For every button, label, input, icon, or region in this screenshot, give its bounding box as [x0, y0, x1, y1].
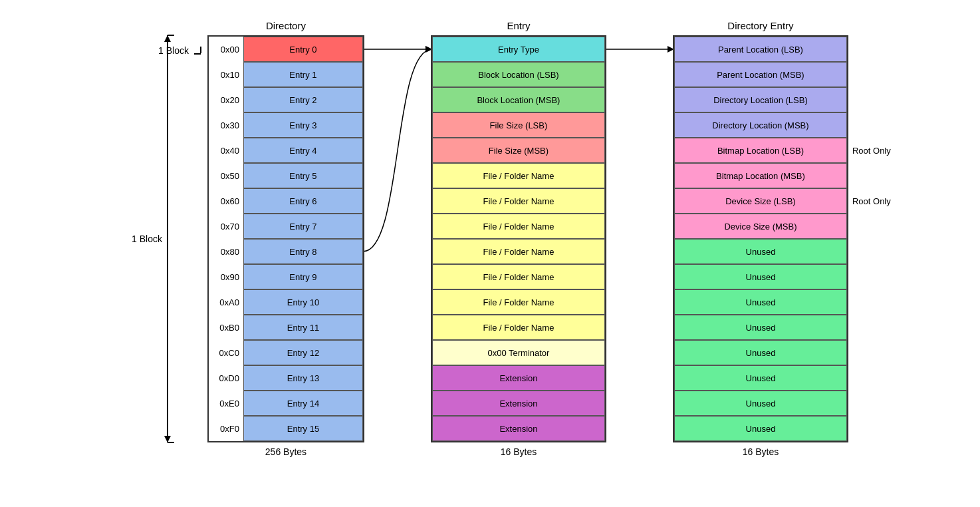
- entry-field-14: Extension: [432, 391, 605, 416]
- entry-field-9: File / Folder Name: [432, 264, 605, 289]
- dir-entry-13: Entry 13: [243, 365, 363, 391]
- direntry-row-7: Device Size (MSB): [674, 214, 847, 239]
- direntry-field-15: Unused: [674, 416, 847, 441]
- dir-row-4: 0x40Entry 4: [209, 138, 363, 163]
- entry-field-15: Extension: [432, 416, 605, 441]
- dir-addr-11: 0xB0: [209, 323, 243, 333]
- dir-row-11: 0xB0Entry 11: [209, 315, 363, 340]
- direntry-field-3: Directory Location (MSB): [674, 112, 847, 138]
- direntry-field-13: Unused: [674, 365, 847, 391]
- dir-entry-3: Entry 3: [243, 112, 363, 138]
- dir-row-5: 0x50Entry 5: [209, 163, 363, 188]
- entry-rows: Entry TypeBlock Location (LSB)Block Loca…: [431, 35, 606, 442]
- entry-field-11: File / Folder Name: [432, 315, 605, 340]
- dir-entry-5: Entry 5: [243, 163, 363, 188]
- direntry-row-3: Directory Location (MSB): [674, 112, 847, 138]
- direntry-row-11: Unused: [674, 315, 847, 340]
- dir-entry-8: Entry 8: [243, 239, 363, 264]
- directory-entry-title: Directory Entry: [727, 20, 793, 31]
- dir-row-12: 0xC0Entry 12: [209, 340, 363, 365]
- block-label-group: 1 Block: [158, 45, 202, 56]
- directory-entry-subtitle: 16 Bytes: [743, 446, 779, 457]
- direntry-row-14: Unused: [674, 391, 847, 416]
- entry-field-6: File / Folder Name: [432, 188, 605, 214]
- directory-column: Directory 0x00Entry 00x10Entry 10x20Entr…: [207, 20, 364, 457]
- dir-addr-7: 0x70: [209, 222, 243, 232]
- direntry-field-2: Directory Location (LSB): [674, 87, 847, 112]
- dir-entry-6: Entry 6: [243, 188, 363, 214]
- entry-title: Entry: [507, 20, 530, 31]
- svg-text:1 Block: 1 Block: [132, 234, 163, 244]
- dir-entry-11: Entry 11: [243, 315, 363, 340]
- entry-field-7: File / Folder Name: [432, 214, 605, 239]
- directory-title: Directory: [266, 20, 306, 31]
- dir-addr-15: 0xF0: [209, 424, 243, 434]
- direntry-field-1: Parent Location (MSB): [674, 62, 847, 87]
- direntry-row-2: Directory Location (LSB): [674, 87, 847, 112]
- entry-field-3: File Size (LSB): [432, 112, 605, 138]
- dir-addr-8: 0x80: [209, 247, 243, 257]
- dir-entry-9: Entry 9: [243, 264, 363, 289]
- entry-field-8: File / Folder Name: [432, 239, 605, 264]
- svg-marker-3: [164, 35, 171, 42]
- dir-row-2: 0x20Entry 2: [209, 87, 363, 112]
- root-only-label-4: Root Only: [852, 146, 891, 156]
- dir-addr-14: 0xE0: [209, 399, 243, 409]
- dir-row-15: 0xF0Entry 15: [209, 416, 363, 441]
- directory-entry-column: Directory Entry Parent Location (LSB)Par…: [673, 20, 848, 457]
- dir-entry-2: Entry 2: [243, 87, 363, 112]
- dir-addr-10: 0xA0: [209, 297, 243, 307]
- direntry-field-6: Device Size (LSB): [674, 188, 847, 214]
- direntry-field-0: Parent Location (LSB): [674, 37, 847, 62]
- direntry-field-10: Unused: [674, 289, 847, 315]
- dir-entry-15: Entry 15: [243, 416, 363, 441]
- entry-field-0: Entry Type: [432, 37, 605, 62]
- dir-row-14: 0xE0Entry 14: [209, 391, 363, 416]
- dir-row-10: 0xA0Entry 10: [209, 289, 363, 315]
- direntry-row-13: Unused: [674, 365, 847, 391]
- direntry-row-6: Device Size (LSB)Root Only: [674, 188, 847, 214]
- dir-entry-0: Entry 0: [243, 37, 363, 62]
- dir-entry-1: Entry 1: [243, 62, 363, 87]
- entry-field-5: File / Folder Name: [432, 163, 605, 188]
- entry-field-1: Block Location (LSB): [432, 62, 605, 87]
- entry-field-13: Extension: [432, 365, 605, 391]
- direntry-row-0: Parent Location (LSB): [674, 37, 847, 62]
- dir-addr-1: 0x10: [209, 70, 243, 80]
- direntry-field-14: Unused: [674, 391, 847, 416]
- dir-row-9: 0x90Entry 9: [209, 264, 363, 289]
- directory-entry-rows: Parent Location (LSB)Parent Location (MS…: [673, 35, 848, 442]
- dir-addr-6: 0x60: [209, 196, 243, 206]
- dir-addr-12: 0xC0: [209, 348, 243, 358]
- direntry-row-10: Unused: [674, 289, 847, 315]
- entry-subtitle: 16 Bytes: [501, 446, 537, 457]
- entry-field-10: File / Folder Name: [432, 289, 605, 315]
- direntry-row-9: Unused: [674, 264, 847, 289]
- dir-row-1: 0x10Entry 1: [209, 62, 363, 87]
- directory-rows: 0x00Entry 00x10Entry 10x20Entry 20x30Ent…: [207, 35, 364, 442]
- dir-addr-9: 0x90: [209, 272, 243, 282]
- direntry-field-4: Bitmap Location (LSB): [674, 138, 847, 163]
- dir-entry-12: Entry 12: [243, 340, 363, 365]
- dir-addr-5: 0x50: [209, 171, 243, 181]
- dir-entry-14: Entry 14: [243, 391, 363, 416]
- direntry-field-8: Unused: [674, 239, 847, 264]
- direntry-row-8: Unused: [674, 239, 847, 264]
- dir-entry-7: Entry 7: [243, 214, 363, 239]
- dir-addr-13: 0xD0: [209, 373, 243, 383]
- direntry-row-4: Bitmap Location (LSB)Root Only: [674, 138, 847, 163]
- dir-addr-2: 0x20: [209, 95, 243, 105]
- root-only-label-6: Root Only: [852, 196, 891, 206]
- dir-addr-4: 0x40: [209, 146, 243, 156]
- dir-addr-3: 0x30: [209, 120, 243, 130]
- diagram-container: 1 Block 1 Block Directory 0x00Entry 00x1…: [0, 0, 980, 507]
- direntry-row-15: Unused: [674, 416, 847, 441]
- direntry-row-12: Unused: [674, 340, 847, 365]
- dir-row-7: 0x70Entry 7: [209, 214, 363, 239]
- directory-subtitle: 256 Bytes: [265, 446, 306, 457]
- entry-column: Entry Entry TypeBlock Location (LSB)Bloc…: [431, 20, 606, 457]
- direntry-field-5: Bitmap Location (MSB): [674, 163, 847, 188]
- dir-row-8: 0x80Entry 8: [209, 239, 363, 264]
- direntry-row-1: Parent Location (MSB): [674, 62, 847, 87]
- svg-marker-4: [164, 436, 171, 442]
